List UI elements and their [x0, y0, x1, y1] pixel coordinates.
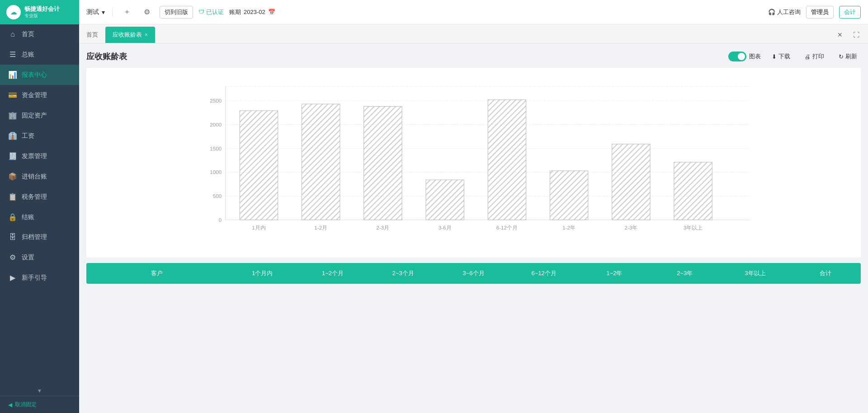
svg-text:1月内: 1月内 — [252, 225, 265, 230]
bar-1-2年 — [550, 171, 588, 220]
svg-text:6-12个月: 6-12个月 — [496, 225, 518, 230]
tabbar: 首页 应收账龄表 × ✕ ⛶ — [79, 24, 868, 43]
nav-icon-funds: 💳 — [8, 91, 17, 99]
col-6-12month: 6~12个月 — [509, 263, 579, 284]
sidebar-logo: ☁ 畅捷通好会计 专业版 — [0, 0, 79, 24]
pin-icon: ◀ — [8, 402, 12, 408]
sidebar-item-home[interactable]: ⌂首页 — [0, 24, 79, 44]
col-1-2month: 1~2个月 — [297, 263, 368, 284]
bar-chart: 0 500 1000 1500 2000 2500 — [95, 77, 852, 249]
sidebar-item-tax[interactable]: 📋税务管理 — [0, 187, 79, 207]
svg-text:2-3月: 2-3月 — [377, 225, 390, 230]
sidebar-logo-text: 畅捷通好会计 专业版 — [24, 5, 60, 19]
sidebar-item-ledger[interactable]: ☰总账 — [0, 44, 79, 65]
svg-text:2500: 2500 — [210, 98, 222, 103]
print-label: 打印 — [812, 52, 824, 61]
headset-icon: 🎧 — [768, 9, 775, 15]
bar-2-3月 — [364, 106, 402, 220]
report-actions: 图表 ⬇ 下载 🖨 打印 ↻ 刷新 — [728, 51, 861, 62]
manager-button[interactable]: 管理员 — [806, 6, 834, 19]
nav-icon-settings: ⚙ — [8, 253, 17, 262]
nav-label-settings: 设置 — [22, 253, 34, 262]
nav-label-tax: 税务管理 — [22, 193, 47, 201]
bar-3年以上 — [674, 162, 712, 220]
verified-label: 已认证 — [206, 8, 224, 16]
period-value: 2023-02 — [244, 9, 265, 15]
role-button[interactable]: 会计 — [839, 6, 861, 19]
app-logo-icon: ☁ — [6, 5, 21, 19]
nav-icon-ledger: ☰ — [8, 50, 17, 59]
cancel-fixed-button[interactable]: ◀ 取消固定 — [0, 396, 79, 413]
main-content: 测试 ▾ ＋ ⚙ 切到旧版 🛡 已认证 账期 2023-02 📅 🎧 人工咨询 … — [79, 0, 868, 413]
nav-icon-payroll: 👔 — [8, 131, 17, 140]
sidebar-item-settings[interactable]: ⚙设置 — [0, 247, 79, 268]
page-title: 应收账龄表 — [86, 51, 127, 62]
company-name: 测试 — [86, 8, 99, 16]
svg-text:1000: 1000 — [210, 169, 222, 175]
nav-label-reports: 报表中心 — [22, 71, 47, 79]
tab-home-label: 首页 — [86, 31, 98, 39]
sidebar-item-funds[interactable]: 💳资金管理 — [0, 85, 79, 105]
tabbar-right: ✕ ⛶ — [828, 27, 868, 43]
nav-label-close: 结账 — [22, 213, 34, 221]
tab-close-icon[interactable]: × — [145, 32, 148, 38]
refresh-button[interactable]: ↻ 刷新 — [835, 51, 861, 62]
col-2-3year: 2~3年 — [650, 263, 720, 284]
col-3year-plus: 3年以上 — [720, 263, 791, 284]
tab-aging[interactable]: 应收账龄表 × — [105, 27, 155, 43]
nav-label-archive: 归档管理 — [22, 233, 47, 241]
switch-old-version-button[interactable]: 切到旧版 — [160, 6, 193, 19]
sidebar: ☁ 畅捷通好会计 专业版 ⌂首页☰总账📊报表中心💳资金管理🏢固定资产👔工资🧾发票… — [0, 0, 79, 413]
svg-text:1500: 1500 — [210, 145, 222, 151]
nav-icon-archive: 🗄 — [8, 233, 17, 241]
col-total: 合计 — [790, 263, 861, 284]
sidebar-item-stock[interactable]: 📦进销台账 — [0, 166, 79, 187]
tab-close-window-icon[interactable]: ✕ — [834, 28, 846, 41]
sidebar-item-reports[interactable]: 📊报表中心 — [0, 65, 79, 85]
settings-icon[interactable]: ⚙ — [140, 5, 154, 19]
sidebar-item-guide[interactable]: ▶新手引导 — [0, 268, 79, 288]
print-button[interactable]: 🖨 打印 — [801, 51, 828, 62]
bar-2-3年 — [612, 144, 650, 220]
tab-home[interactable]: 首页 — [79, 27, 105, 43]
tab-expand-icon[interactable]: ⛶ — [850, 28, 863, 41]
app-title: 畅捷通好会计 — [24, 5, 60, 13]
page-content: 应收账龄表 图表 ⬇ 下载 🖨 打印 ↻ 刷新 — [79, 43, 868, 413]
help-label: 人工咨询 — [777, 8, 801, 16]
topbar: 测试 ▾ ＋ ⚙ 切到旧版 🛡 已认证 账期 2023-02 📅 🎧 人工咨询 … — [79, 0, 868, 24]
download-button[interactable]: ⬇ 下载 — [768, 51, 794, 62]
app-subtitle: 专业版 — [24, 13, 60, 19]
nav-icon-home: ⌂ — [8, 30, 17, 38]
col-1-2year: 1~2年 — [579, 263, 650, 284]
sidebar-item-close[interactable]: 🔒结账 — [0, 207, 79, 227]
svg-text:2000: 2000 — [210, 122, 222, 127]
sidebar-item-invoice[interactable]: 🧾发票管理 — [0, 146, 79, 166]
add-button[interactable]: ＋ — [120, 5, 134, 19]
chart-toggle[interactable] — [728, 52, 746, 61]
sidebar-item-archive[interactable]: 🗄归档管理 — [0, 227, 79, 247]
sidebar-item-payroll[interactable]: 👔工资 — [0, 126, 79, 146]
help-button[interactable]: 🎧 人工咨询 — [768, 8, 801, 16]
nav-label-guide: 新手引导 — [22, 274, 47, 282]
refresh-icon: ↻ — [839, 53, 844, 60]
chart-toggle-container: 图表 — [728, 52, 761, 61]
company-selector[interactable]: 测试 ▾ — [86, 8, 105, 16]
chart-toggle-label: 图表 — [749, 52, 761, 61]
nav-icon-reports: 📊 — [8, 70, 17, 79]
period-selector[interactable]: 账期 2023-02 📅 — [229, 8, 275, 16]
shield-icon: 🛡 — [198, 9, 204, 15]
topbar-divider1 — [112, 8, 113, 17]
data-table: 客户 1个月内 1~2个月 2~3个月 3~6个月 6~12个月 1~2年 2~… — [86, 263, 861, 284]
nav-label-home: 首页 — [22, 30, 34, 38]
chart-area: 0 500 1000 1500 2000 2500 — [95, 77, 852, 249]
nav-label-ledger: 总账 — [22, 51, 34, 59]
sidebar-item-assets[interactable]: 🏢固定资产 — [0, 105, 79, 126]
sidebar-nav: ⌂首页☰总账📊报表中心💳资金管理🏢固定资产👔工资🧾发票管理📦进销台账📋税务管理🔒… — [0, 24, 79, 386]
nav-label-assets: 固定资产 — [22, 112, 47, 120]
nav-label-funds: 资金管理 — [22, 91, 47, 99]
bar-1月内 — [240, 111, 278, 220]
nav-icon-tax: 📋 — [8, 192, 17, 201]
download-icon: ⬇ — [772, 53, 777, 60]
nav-label-stock: 进销台账 — [22, 173, 47, 181]
refresh-label: 刷新 — [845, 52, 857, 61]
